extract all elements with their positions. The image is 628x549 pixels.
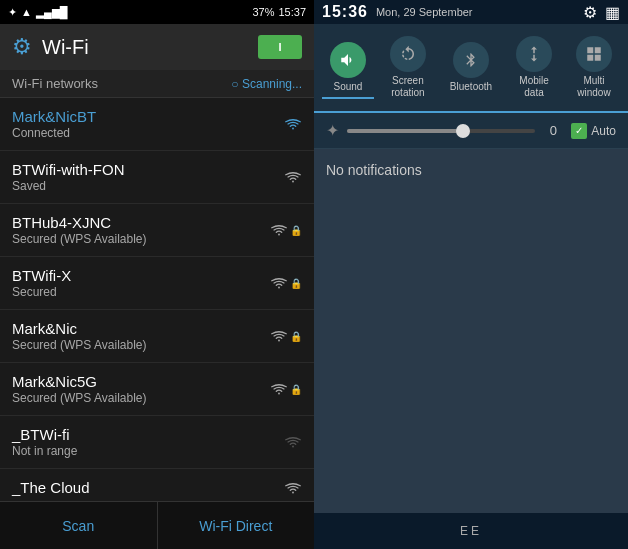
rotation-label: Screenrotation	[391, 75, 424, 99]
bluetooth-icon-circle	[453, 42, 489, 78]
brightness-icon: ✦	[326, 121, 339, 140]
brightness-slider[interactable]	[347, 129, 535, 133]
network-item[interactable]: BTWifi-with-FON Saved	[0, 151, 314, 204]
network-info: _The Cloud	[12, 479, 284, 497]
network-list: Mark&NicBT Connected BTWifi-with-FON Sav…	[0, 98, 314, 501]
network-info: BTHub4-XJNC Secured (WPS Available)	[12, 214, 270, 246]
network-signal-icon: 🔒	[270, 223, 302, 237]
wifi-icon	[284, 435, 302, 449]
lock-icon: 🔒	[290, 384, 302, 395]
bluetooth-status-icon: ✦	[8, 6, 17, 19]
auto-checkbox[interactable]: ✓	[571, 123, 587, 139]
date-display: Mon, 29 September	[376, 6, 473, 18]
bluetooth-icon	[463, 50, 479, 70]
rotation-icon-circle	[390, 36, 426, 72]
network-status: Secured (WPS Available)	[12, 391, 270, 405]
network-name: Mark&Nic5G	[12, 373, 270, 390]
network-item[interactable]: Mark&NicBT Connected	[0, 98, 314, 151]
mobile-data-icon	[525, 45, 543, 63]
network-signal-icon	[284, 117, 302, 131]
notifications-area: No notifications	[314, 149, 628, 513]
lock-icon: 🔒	[290, 278, 302, 289]
network-signal-icon	[284, 170, 302, 184]
bluetooth-label: Bluetooth	[450, 81, 492, 93]
clock-right: 15:36	[322, 3, 368, 21]
mobile-data-icon-circle	[516, 36, 552, 72]
network-signal-icon	[284, 481, 302, 495]
no-notifications-text: No notifications	[326, 162, 422, 178]
toggle-bluetooth[interactable]: Bluetooth	[442, 38, 500, 97]
wifi-bottom-bar: Scan Wi-Fi Direct	[0, 501, 314, 549]
network-item[interactable]: Mark&Nic5G Secured (WPS Available) 🔒	[0, 363, 314, 416]
wifi-icon	[270, 223, 288, 237]
network-status: Secured (WPS Available)	[12, 338, 270, 352]
battery-text: 37%	[252, 6, 274, 18]
network-signal-icon: 🔒	[270, 276, 302, 290]
toggle-rotation[interactable]: Screenrotation	[382, 32, 434, 103]
network-item[interactable]: BTHub4-XJNC Secured (WPS Available) 🔒	[0, 204, 314, 257]
wifi-title: Wi-Fi	[42, 36, 89, 59]
brightness-fill	[347, 129, 460, 133]
network-info: Mark&Nic Secured (WPS Available)	[12, 320, 270, 352]
network-signal-icon: 🔒	[270, 329, 302, 343]
toggle-sound[interactable]: Sound	[322, 38, 374, 99]
scanning-indicator: ○ Scanning...	[231, 77, 302, 91]
network-item[interactable]: _BTWi-fi Not in range	[0, 416, 314, 469]
network-item[interactable]: BTWifi-X Secured 🔒	[0, 257, 314, 310]
wifi-settings-panel: ✦ ▲ ▂▄▆█ 37% 15:37 ⚙ Wi-Fi I Wi-Fi netwo…	[0, 0, 314, 549]
network-name: Mark&Nic	[12, 320, 270, 337]
toggle-mobile-data[interactable]: Mobiledata	[508, 32, 560, 103]
bottom-carrier-text: EE	[460, 524, 482, 538]
wifi-toggle[interactable]: I	[258, 35, 302, 59]
network-info: BTWifi-with-FON Saved	[12, 161, 284, 193]
status-right-left: 37% 15:37	[252, 6, 306, 18]
right-bottom-bar: EE	[314, 513, 628, 549]
network-status: Secured (WPS Available)	[12, 232, 270, 246]
network-signal-icon	[284, 435, 302, 449]
settings-gear-icon[interactable]: ⚙	[583, 3, 597, 22]
network-signal-icon: 🔒	[270, 382, 302, 396]
network-name: BTWifi-with-FON	[12, 161, 284, 178]
brightness-row: ✦ 0 ✓ Auto	[314, 113, 628, 149]
wifi-icon	[270, 382, 288, 396]
network-status: Not in range	[12, 444, 284, 458]
status-icons-left: ✦ ▲ ▂▄▆█	[8, 6, 67, 19]
lock-icon: 🔒	[290, 225, 302, 236]
sound-icon-circle	[330, 42, 366, 78]
multi-window-icon-circle	[576, 36, 612, 72]
grid-view-icon[interactable]: ▦	[605, 3, 620, 22]
wifi-icon	[270, 329, 288, 343]
network-info: _BTWi-fi Not in range	[12, 426, 284, 458]
network-name: _BTWi-fi	[12, 426, 284, 443]
network-name: BTWifi-X	[12, 267, 270, 284]
network-status: Secured	[12, 285, 270, 299]
sound-label: Sound	[334, 81, 363, 93]
network-status: Saved	[12, 179, 284, 193]
status-bar-right-left: 15:36 Mon, 29 September	[322, 3, 473, 21]
multi-window-label: Multiwindow	[577, 75, 610, 99]
wifi-status-icon: ▲	[21, 6, 32, 18]
wifi-direct-button[interactable]: Wi-Fi Direct	[158, 502, 315, 549]
wifi-networks-label: Wi-Fi networks	[12, 76, 98, 91]
settings-icon: ⚙	[12, 34, 32, 60]
lock-icon: 🔒	[290, 331, 302, 342]
network-name: Mark&NicBT	[12, 108, 284, 125]
scan-button[interactable]: Scan	[0, 502, 158, 549]
network-item[interactable]: _The Cloud	[0, 469, 314, 501]
status-bar-left: ✦ ▲ ▂▄▆█ 37% 15:37	[0, 0, 314, 24]
network-item[interactable]: Mark&Nic Secured (WPS Available) 🔒	[0, 310, 314, 363]
wifi-icon	[284, 117, 302, 131]
wifi-networks-bar: Wi-Fi networks ○ Scanning...	[0, 70, 314, 98]
network-status: Connected	[12, 126, 284, 140]
wifi-title-row: ⚙ Wi-Fi	[12, 34, 89, 60]
time-left: 15:37	[278, 6, 306, 18]
scanning-spinner: ○	[231, 77, 242, 91]
status-bar-right-right: ⚙ ▦	[583, 3, 620, 22]
status-bar-right: 15:36 Mon, 29 September ⚙ ▦	[314, 0, 628, 24]
signal-bars: ▂▄▆█	[36, 6, 68, 19]
network-name: _The Cloud	[12, 479, 284, 496]
brightness-thumb	[456, 124, 470, 138]
network-info: Mark&Nic5G Secured (WPS Available)	[12, 373, 270, 405]
toggle-multi-window[interactable]: Multiwindow	[568, 32, 620, 103]
wifi-icon	[284, 170, 302, 184]
